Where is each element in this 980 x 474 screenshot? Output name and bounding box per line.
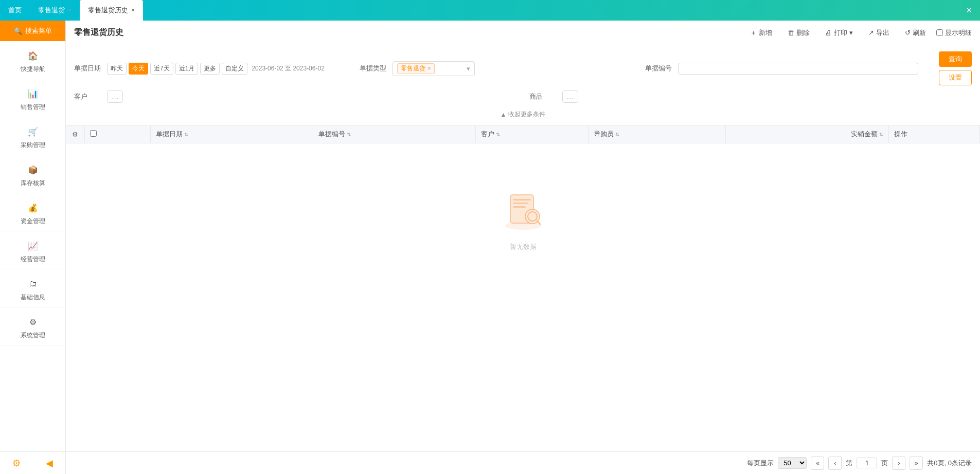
table-header: ⚙ 单据日期 ⇅ 单据编号 ⇅ — [66, 125, 980, 143]
sidebar: 🔍 搜索菜单 🏠 快捷导航 📊 销售管理 🛒 采购管理 📦 库存核算 💰 — [0, 21, 66, 474]
sort-number-icon: ⇅ — [347, 132, 351, 137]
tab-retail-return-history-label: 零售退货历史 — [88, 6, 128, 15]
sort-number[interactable]: 单据编号 ⇅ — [318, 130, 470, 139]
next-page-button[interactable]: › — [892, 457, 905, 470]
sidebar-item-basic-info[interactable]: 🗂 基础信息 — [0, 269, 65, 307]
number-filter-input[interactable] — [678, 63, 918, 75]
print-label: 打印 — [834, 28, 847, 38]
query-button[interactable]: 查询 — [939, 51, 972, 67]
number-filter-group: 单据编号 — [645, 63, 918, 75]
filter-row-2: 客户 ... 商品 ... — [74, 90, 972, 103]
export-button[interactable]: ↗ 导出 — [863, 26, 895, 40]
tab-retail-return-close[interactable]: × — [68, 7, 72, 14]
col-guide-label: 导购员 — [594, 130, 614, 139]
tab-home[interactable]: 首页 — [0, 0, 30, 21]
last-page-button[interactable]: » — [910, 457, 923, 470]
refresh-button[interactable]: ↺ 刷新 — [900, 26, 931, 40]
display-mingxi-label[interactable]: 显示明细 — [936, 28, 972, 38]
date-btn-custom[interactable]: 自定义 — [222, 63, 247, 75]
collapse-button[interactable]: ▲ 收起更多条件 — [501, 108, 546, 121]
table-col-customer: 客户 ⇅ — [476, 125, 589, 143]
sort-amount[interactable]: 实销金额 ⇅ — [731, 130, 883, 139]
top-bar: 首页 零售退货 × 零售退货历史 × × — [0, 0, 980, 21]
col-actions-label: 操作 — [894, 130, 907, 138]
display-mingxi-checkbox[interactable] — [936, 29, 943, 36]
table-col-settings[interactable]: ⚙ — [66, 125, 84, 143]
page-title: 零售退货历史 — [74, 27, 123, 38]
print-dropdown-icon: ▾ — [849, 29, 853, 37]
customer-filter-group: 客户 ... — [74, 90, 517, 103]
table-area: ⚙ 单据日期 ⇅ 单据编号 ⇅ — [66, 125, 980, 451]
print-button[interactable]: 🖨 打印 ▾ — [820, 26, 858, 40]
first-page-button[interactable]: « — [811, 457, 824, 470]
page-number-input[interactable] — [857, 458, 877, 468]
sort-date[interactable]: 单据日期 ⇅ — [156, 130, 308, 139]
purchase-icon: 🛒 — [26, 124, 40, 139]
delete-button[interactable]: 🗑 删除 — [782, 26, 815, 40]
add-label: 新增 — [759, 28, 772, 38]
export-label: 导出 — [876, 28, 889, 38]
customer-filter-button[interactable]: ... — [107, 90, 123, 103]
page-header: 零售退货历史 ＋ 新增 🗑 删除 🖨 打印 ▾ ↗ 导出 — [66, 21, 980, 45]
sidebar-item-purchase-label: 采购管理 — [21, 141, 45, 150]
date-btn-yesterday[interactable]: 昨天 — [107, 63, 127, 75]
sidebar-item-finance[interactable]: 💰 资金管理 — [0, 193, 65, 231]
sidebar-item-system[interactable]: ⚙ 系统管理 — [0, 307, 65, 345]
svg-rect-3 — [513, 203, 528, 204]
sort-guide[interactable]: 导购员 ⇅ — [594, 130, 720, 139]
type-filter-tag-close[interactable]: × — [427, 65, 431, 72]
per-page-select[interactable]: 20 50 100 — [778, 457, 807, 469]
empty-text: 暂无数据 — [510, 242, 537, 251]
col-customer-label: 客户 — [481, 130, 494, 139]
table-col-guide: 导购员 ⇅ — [588, 125, 725, 143]
page-suffix-label: 页 — [881, 459, 888, 468]
sidebar-bottom: ⚙ ◀ — [0, 451, 65, 474]
sort-customer[interactable]: 客户 ⇅ — [481, 130, 583, 139]
sidebar-item-operations[interactable]: 📈 经营管理 — [0, 231, 65, 269]
sort-date-icon: ⇅ — [184, 132, 188, 137]
system-icon: ⚙ — [26, 315, 40, 329]
tab-list: 首页 零售退货 × 零售退货历史 × — [0, 0, 958, 21]
tab-retail-return[interactable]: 零售退货 × — [30, 0, 80, 21]
type-filter-tag: 零售退货 × — [397, 63, 435, 74]
sales-icon: 📊 — [26, 86, 40, 101]
collapse-sidebar-icon[interactable]: ◀ — [46, 458, 53, 469]
page-prefix-label: 第 — [846, 459, 852, 468]
date-btn-1month[interactable]: 近1月 — [175, 63, 199, 75]
tab-retail-return-label: 零售退货 — [38, 6, 65, 15]
sidebar-item-sales[interactable]: 📊 销售管理 — [0, 79, 65, 117]
collapse-icon: ▲ — [501, 111, 507, 118]
settings-bottom-icon[interactable]: ⚙ — [12, 458, 21, 469]
goods-filter-button[interactable]: ... — [562, 90, 578, 103]
header-actions: ＋ 新增 🗑 删除 🖨 打印 ▾ ↗ 导出 ↺ 刷新 — [745, 26, 972, 40]
export-icon: ↗ — [868, 29, 874, 37]
select-all-checkbox[interactable] — [90, 130, 97, 137]
add-icon: ＋ — [750, 28, 757, 38]
settings-button[interactable]: 设置 — [939, 70, 972, 85]
table-col-date: 单据日期 ⇅ — [150, 125, 313, 143]
tab-retail-return-history-close[interactable]: × — [131, 7, 135, 14]
delete-icon: 🗑 — [788, 29, 794, 37]
empty-icon — [497, 185, 549, 236]
sidebar-item-sales-label: 销售管理 — [21, 103, 45, 112]
sidebar-search[interactable]: 🔍 搜索菜单 — [0, 21, 65, 41]
sidebar-item-inventory[interactable]: 📦 库存核算 — [0, 155, 65, 193]
date-btn-7days[interactable]: 近7天 — [150, 63, 173, 75]
prev-page-button[interactable]: ‹ — [828, 457, 842, 470]
display-mingxi-text: 显示明细 — [945, 28, 972, 38]
date-btn-today[interactable]: 今天 — [129, 63, 148, 75]
tab-retail-return-history[interactable]: 零售退货历史 × — [80, 0, 143, 21]
main-layout: 🔍 搜索菜单 🏠 快捷导航 📊 销售管理 🛒 采购管理 📦 库存核算 💰 — [0, 21, 980, 474]
type-filter-tag-text: 零售退货 — [401, 64, 425, 73]
add-button[interactable]: ＋ 新增 — [745, 26, 777, 40]
sidebar-item-operations-label: 经营管理 — [21, 255, 45, 264]
date-filter-group: 单据日期 昨天 今天 近7天 近1月 更多 自定义 2023-06-02 至 2… — [74, 63, 347, 75]
sort-amount-icon: ⇅ — [879, 132, 883, 137]
window-close-button[interactable]: × — [958, 5, 980, 16]
sidebar-item-shortcuts[interactable]: 🏠 快捷导航 — [0, 41, 65, 79]
collapse-label: 收起更多条件 — [508, 110, 545, 119]
type-filter-select[interactable]: 零售退货 × ▾ — [393, 61, 475, 76]
empty-state: 暂无数据 — [66, 143, 980, 272]
sidebar-item-purchase[interactable]: 🛒 采购管理 — [0, 117, 65, 155]
date-btn-more[interactable]: 更多 — [200, 63, 220, 75]
